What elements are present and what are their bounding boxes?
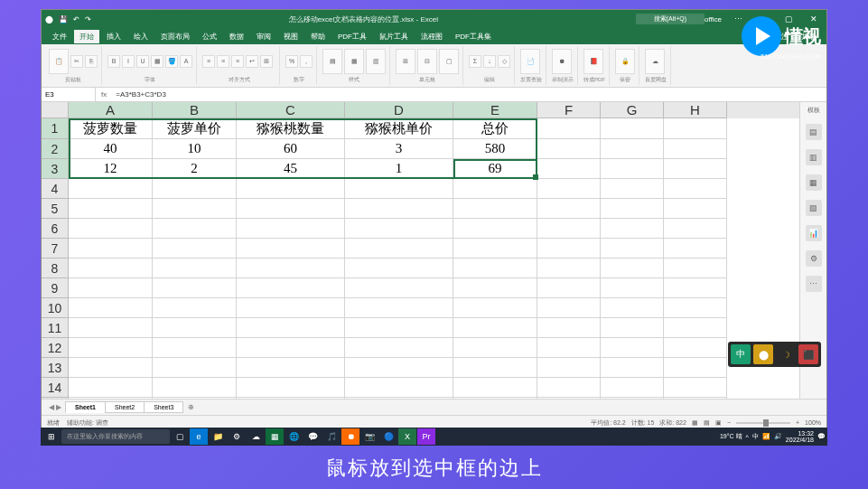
undo-icon[interactable]: ↶ bbox=[73, 15, 79, 24]
taskbar-app-3[interactable]: ⚙ bbox=[228, 428, 246, 445]
menu-imgtools[interactable]: 鼠片工具 bbox=[374, 30, 414, 43]
tray-date[interactable]: 2022/4/18 bbox=[786, 437, 814, 443]
col-header-d[interactable]: D bbox=[345, 102, 453, 118]
align-right-button[interactable]: ≡ bbox=[231, 55, 244, 68]
bold-button[interactable]: B bbox=[107, 55, 120, 68]
tab-sheet3[interactable]: Sheet3 bbox=[144, 401, 183, 413]
fillcolor-button[interactable]: 🪣 bbox=[165, 55, 178, 68]
pdfconv-button[interactable]: 📕 bbox=[583, 49, 603, 74]
row-header-7[interactable]: 7 bbox=[42, 239, 69, 259]
merge-button[interactable]: ⊞ bbox=[260, 55, 273, 68]
side-icon-5[interactable]: 📊 bbox=[806, 225, 822, 241]
privacy-button[interactable]: 🔒 bbox=[615, 49, 635, 74]
side-icon-2[interactable]: ▥ bbox=[806, 149, 822, 165]
cell-a3[interactable]: 12 bbox=[69, 159, 153, 179]
cell-c2[interactable]: 60 bbox=[237, 139, 345, 159]
tab-prev-icon[interactable]: ◀ bbox=[49, 403, 54, 411]
paste-button[interactable]: 📋 bbox=[49, 49, 69, 74]
cell-h3[interactable] bbox=[664, 159, 727, 179]
cell-b1[interactable]: 菠萝单价 bbox=[153, 118, 237, 139]
cell-c3[interactable]: 45 bbox=[237, 159, 345, 179]
name-box[interactable]: E3 bbox=[42, 88, 96, 101]
wrap-button[interactable]: ↩ bbox=[246, 55, 258, 68]
cellstyle-button[interactable]: ▥ bbox=[366, 49, 386, 74]
grid-body[interactable]: 1 菠萝数量 菠萝单价 猕猴桃数量 猕猴桃单价 总价 2 40 10 60 3 bbox=[42, 118, 799, 399]
tray-wifi-icon[interactable]: 📶 bbox=[762, 433, 770, 440]
taskbar-app-7[interactable]: 💬 bbox=[303, 428, 322, 445]
view-pagelayout-icon[interactable]: ▤ bbox=[704, 419, 710, 427]
menu-pdftools[interactable]: PDF工具 bbox=[332, 30, 372, 43]
tab-next-icon[interactable]: ▶ bbox=[56, 403, 61, 411]
cell-f1[interactable] bbox=[537, 118, 601, 139]
taskview-icon[interactable]: ▢ bbox=[171, 428, 189, 445]
col-header-g[interactable]: G bbox=[601, 102, 664, 118]
border-button[interactable]: ▦ bbox=[151, 55, 163, 68]
view-pagebreak-icon[interactable]: ▣ bbox=[715, 419, 722, 427]
menu-help[interactable]: 帮助 bbox=[305, 30, 331, 43]
format-cells-button[interactable]: ▢ bbox=[439, 49, 459, 74]
col-header-f[interactable]: F bbox=[537, 102, 601, 118]
ime-btn-1[interactable]: 中 bbox=[731, 344, 751, 364]
row-header-10[interactable]: 10 bbox=[42, 298, 69, 318]
row-header-14[interactable]: 14 bbox=[42, 378, 69, 398]
align-left-button[interactable]: ≡ bbox=[202, 55, 215, 68]
select-all-corner[interactable] bbox=[42, 102, 69, 118]
cell-g1[interactable] bbox=[601, 118, 664, 139]
taskbar-app-4[interactable]: ☁ bbox=[247, 428, 265, 445]
menu-view[interactable]: 视图 bbox=[278, 30, 303, 43]
cell-a2[interactable]: 40 bbox=[69, 139, 153, 159]
zoom-in-button[interactable]: + bbox=[796, 419, 799, 426]
taskbar-app-11[interactable]: 🔵 bbox=[379, 428, 397, 445]
view-normal-icon[interactable]: ▦ bbox=[692, 419, 698, 427]
menu-data[interactable]: 数据 bbox=[224, 30, 249, 43]
tray-volume-icon[interactable]: 🔊 bbox=[774, 433, 782, 440]
redo-icon[interactable]: ↷ bbox=[85, 15, 91, 24]
autosum-button[interactable]: Σ bbox=[469, 55, 481, 68]
condfmt-button[interactable]: ▤ bbox=[322, 49, 342, 74]
user-label[interactable]: office bbox=[705, 15, 722, 24]
side-icon-3[interactable]: ▦ bbox=[806, 174, 822, 191]
cell-g2[interactable] bbox=[601, 139, 664, 159]
start-button[interactable]: ⊞ bbox=[42, 428, 61, 445]
cell-f3[interactable] bbox=[537, 159, 601, 179]
tab-add-button[interactable]: ⊕ bbox=[182, 403, 200, 411]
tray-chevron-icon[interactable]: ^ bbox=[746, 434, 749, 440]
row-header-15[interactable]: 15 bbox=[42, 398, 69, 399]
menu-home[interactable]: 开始 bbox=[74, 30, 99, 43]
zoom-level[interactable]: 100% bbox=[805, 419, 821, 426]
row-header-12[interactable]: 12 bbox=[42, 338, 69, 358]
cut-button[interactable]: ✂ bbox=[70, 55, 83, 68]
menu-insert[interactable]: 插入 bbox=[101, 30, 126, 43]
tab-sheet1[interactable]: Sheet1 bbox=[65, 401, 106, 413]
ime-btn-4[interactable]: ⬛ bbox=[798, 344, 818, 364]
side-icon-6[interactable]: ⚙ bbox=[806, 250, 822, 267]
row-header-5[interactable]: 5 bbox=[42, 199, 69, 219]
autosave-icon[interactable]: ⬤ bbox=[45, 15, 53, 24]
numfmt-button[interactable]: % bbox=[285, 55, 298, 68]
zoom-out-button[interactable]: − bbox=[727, 419, 731, 426]
invoice-button[interactable]: 📄 bbox=[520, 49, 540, 74]
menu-file[interactable]: 文件 bbox=[47, 30, 72, 43]
delete-cells-button[interactable]: ⊟ bbox=[417, 49, 437, 74]
cell-h1[interactable] bbox=[664, 118, 727, 139]
cell-d2[interactable]: 3 bbox=[345, 139, 453, 159]
col-header-b[interactable]: B bbox=[153, 102, 237, 118]
taskbar-search[interactable]: 在这里输入你要搜索的内容 bbox=[61, 429, 170, 444]
row-header-13[interactable]: 13 bbox=[42, 358, 69, 378]
fill-button[interactable]: ↓ bbox=[483, 55, 496, 68]
cell-d3[interactable]: 1 bbox=[345, 159, 453, 179]
row-header-2[interactable]: 2 bbox=[42, 139, 69, 159]
comma-button[interactable]: , bbox=[300, 55, 313, 68]
row-header-4[interactable]: 4 bbox=[42, 179, 69, 199]
row-header-3[interactable]: 3 bbox=[42, 159, 69, 179]
cell-h2[interactable] bbox=[664, 139, 727, 159]
status-access[interactable]: 辅助功能: 调查 bbox=[67, 418, 108, 428]
underline-button[interactable]: U bbox=[136, 55, 149, 68]
cell-b2[interactable]: 10 bbox=[153, 139, 237, 159]
taskbar-app-13[interactable]: Pr bbox=[417, 428, 435, 445]
row-header-9[interactable]: 9 bbox=[42, 278, 69, 298]
ime-btn-3[interactable]: ☽ bbox=[776, 344, 796, 364]
tray-ime-icon[interactable]: 中 bbox=[752, 432, 759, 441]
col-header-e[interactable]: E bbox=[453, 102, 537, 118]
taskbar-app-9[interactable]: ⏺ bbox=[341, 428, 359, 445]
